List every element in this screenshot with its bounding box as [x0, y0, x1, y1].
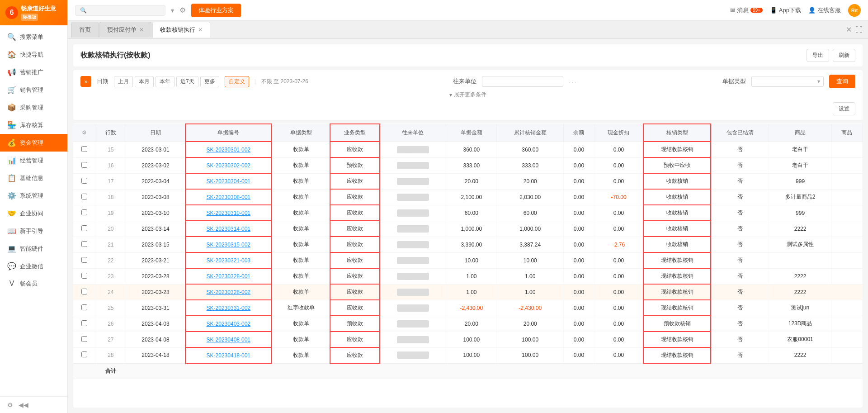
sidebar-item-guide[interactable]: 📖新手引导 — [0, 222, 67, 240]
tab-prepay[interactable]: 预付应付单✕ — [99, 22, 151, 38]
sidebar-item-hardware[interactable]: 💻智能硬件 — [0, 240, 67, 257]
row-checkbox-4[interactable] — [73, 205, 95, 221]
sidebar-item-shortcuts[interactable]: 🏠快捷导航 — [0, 46, 67, 63]
row-check[interactable] — [81, 194, 87, 199]
row-check[interactable] — [81, 304, 87, 310]
row-check[interactable] — [81, 351, 87, 357]
tab-close-all-btn[interactable]: ✕ — [844, 24, 854, 36]
date-btn-本年[interactable]: 本年 — [156, 76, 175, 87]
sidebar-item-operation[interactable]: 📊经营管理 — [0, 152, 67, 169]
sidebar-item-wechat[interactable]: 💬企业微信 — [0, 257, 67, 275]
sidebar-item-system[interactable]: ⚙️系统管理 — [0, 187, 67, 204]
row-check[interactable] — [81, 241, 87, 247]
row-checkbox-0[interactable] — [73, 142, 95, 157]
row-check[interactable] — [81, 146, 87, 152]
row-checkbox-9[interactable] — [73, 284, 95, 300]
sidebar-item-enterprise[interactable]: 🤝企业协同 — [0, 204, 67, 222]
tab-collection[interactable]: 收款核销执行✕ — [152, 22, 210, 38]
settings-gear-icon[interactable]: ⚙ — [82, 129, 87, 136]
cell-accum_amount-6: 3,387.24 — [497, 237, 564, 252]
sidebar-item-marketing[interactable]: 📢营销推广 — [0, 63, 67, 81]
date-btn-上月[interactable]: 上月 — [114, 76, 133, 87]
row-checkbox-2[interactable] — [73, 173, 95, 189]
doc-link-6[interactable]: SK-20230315-002 — [207, 242, 250, 248]
row-checkbox-6[interactable] — [73, 237, 95, 252]
row-check[interactable] — [81, 162, 87, 168]
cell-accum_amount-0: 360.00 — [497, 142, 564, 157]
doc-link-5[interactable]: SK-20230314-001 — [207, 226, 250, 232]
table-settings-btn[interactable]: 设置 — [833, 102, 855, 115]
tab-close-collection[interactable]: ✕ — [198, 27, 203, 33]
row-checkbox-8[interactable] — [73, 268, 95, 284]
query-btn[interactable]: 查询 — [829, 75, 855, 88]
app-download-btn[interactable]: 📱 App下载 — [770, 6, 801, 14]
doc-link-2[interactable]: SK-20230304-001 — [207, 178, 250, 185]
doc-link-1[interactable]: SK-20230302-002 — [207, 162, 250, 169]
cell-include_cleared-4: 否 — [711, 205, 769, 221]
doc-type-select[interactable] — [751, 76, 824, 87]
date-btn-本月[interactable]: 本月 — [135, 76, 154, 87]
row-checkbox-12[interactable] — [73, 332, 95, 347]
cell-partner-6: ████ — [380, 237, 446, 252]
sidebar-item-basic[interactable]: 📋基础信息 — [0, 169, 67, 187]
row-check[interactable] — [81, 273, 87, 279]
sidebar-item-sales[interactable]: 🛒销售管理 — [0, 81, 67, 99]
partner-dots[interactable]: ... — [569, 78, 577, 85]
cell-doc_type-12: 收款单 — [272, 332, 330, 347]
doc-link-11[interactable]: SK-20230403-002 — [207, 321, 250, 327]
row-check[interactable] — [81, 178, 87, 184]
doc-link-13[interactable]: SK-20230418-001 — [207, 352, 250, 359]
date-btn-近7天[interactable]: 近7天 — [176, 76, 198, 87]
filter-toggle-btn[interactable]: » — [80, 76, 91, 87]
online-service-btn[interactable]: 👤 在线客服 — [808, 6, 841, 14]
row-check[interactable] — [81, 336, 87, 342]
row-checkbox-3[interactable] — [73, 189, 95, 205]
row-checkbox-11[interactable] — [73, 316, 95, 332]
col-settings-gear[interactable]: ⚙ — [73, 124, 95, 142]
row-checkbox-7[interactable] — [73, 252, 95, 268]
date-btn-更多[interactable]: 更多 — [200, 76, 219, 87]
row-checkbox-1[interactable] — [73, 157, 95, 173]
user-avatar[interactable]: Rit — [848, 4, 861, 17]
collapse-icon[interactable]: ◀◀ — [19, 401, 28, 408]
cell-row_num-3: 18 — [95, 189, 126, 205]
sidebar-item-search[interactable]: 🔍搜索菜单 — [0, 28, 67, 46]
row-check[interactable] — [81, 257, 87, 263]
cell-partner-9: ████ — [380, 284, 446, 300]
tab-home[interactable]: 首页 — [71, 22, 99, 38]
row-check[interactable] — [81, 289, 87, 294]
sidebar-item-member[interactable]: V畅会员 — [0, 275, 67, 292]
cell-cash_discount-0: 0.00 — [594, 142, 643, 157]
tab-close-prepay[interactable]: ✕ — [139, 27, 144, 33]
doc-link-7[interactable]: SK-20230321-003 — [207, 257, 250, 264]
doc-link-12[interactable]: SK-20230408-001 — [207, 337, 250, 343]
row-check[interactable] — [81, 320, 87, 326]
dropdown-icon[interactable]: ▾ — [171, 7, 174, 14]
gear-icon[interactable]: ⚙ — [179, 6, 186, 14]
refresh-btn[interactable]: 刷新 — [833, 49, 855, 62]
expand-conditions-btn[interactable]: ▾ 展开更多条件 — [449, 91, 486, 99]
sidebar-item-purchase[interactable]: 📦采购管理 — [0, 99, 67, 116]
doc-link-10[interactable]: SK-20230331-002 — [207, 305, 250, 311]
settings-footer-icon[interactable]: ⚙ — [7, 401, 13, 408]
row-check[interactable] — [81, 225, 87, 231]
cell-date-9: 2023-03-28 — [126, 284, 185, 300]
partner-input[interactable] — [482, 76, 563, 87]
doc-link-9[interactable]: SK-20230328-002 — [207, 289, 250, 295]
sidebar-item-finance[interactable]: 💰资金管理 — [0, 134, 67, 152]
industry-btn[interactable]: 体验行业方案 — [191, 4, 241, 17]
row-checkbox-13[interactable] — [73, 347, 95, 363]
tab-maximize-btn[interactable]: ⛶ — [854, 24, 864, 36]
doc-link-3[interactable]: SK-20230308-001 — [207, 194, 250, 200]
doc-link-8[interactable]: SK-20230328-001 — [207, 273, 250, 280]
doc-link-0[interactable]: SK-20230301-002 — [207, 147, 250, 153]
sidebar-item-inventory[interactable]: 🏪库存核算 — [0, 116, 67, 134]
row-checkbox-10[interactable] — [73, 300, 95, 316]
topbar-search[interactable]: 🔍 — [75, 5, 165, 16]
custom-date-btn[interactable]: 自定义 — [225, 76, 249, 87]
row-check[interactable] — [81, 209, 87, 215]
messages-btn[interactable]: ✉ 消息 99+ — [730, 6, 763, 14]
doc-link-4[interactable]: SK-20230310-001 — [207, 210, 250, 216]
row-checkbox-5[interactable] — [73, 221, 95, 237]
export-btn[interactable]: 导出 — [807, 49, 829, 62]
